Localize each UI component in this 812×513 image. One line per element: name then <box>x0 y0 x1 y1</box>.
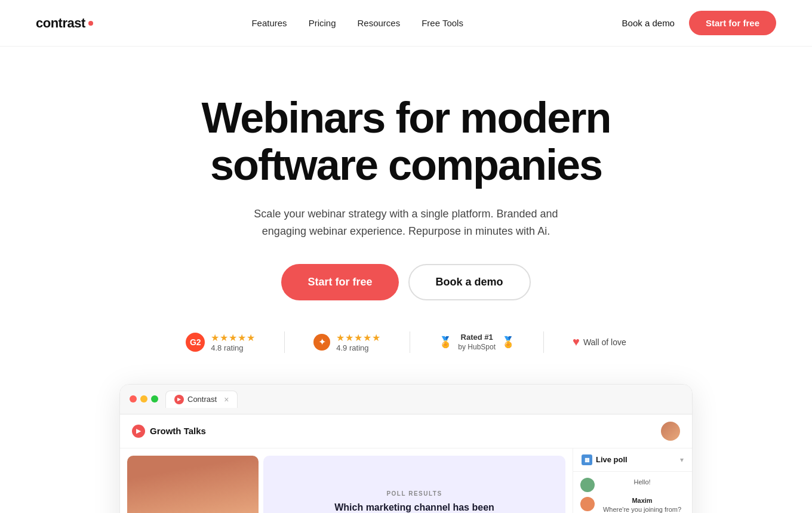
chat-message-1: Maxim Where're you joining from? We're i… <box>580 497 685 513</box>
speaker-face <box>127 456 259 513</box>
laurel-right: 🏅 <box>502 336 515 349</box>
chat-avatar-1 <box>580 497 595 511</box>
g2-stars: ★★★★★ <box>211 332 256 343</box>
hero-headline-line1: Webinars for modern <box>202 94 611 142</box>
tab-close-icon[interactable]: × <box>224 395 229 404</box>
hero-subtext: Scale your webinar strategy with a singl… <box>233 205 579 240</box>
g2-rating-value: 4.8 rating <box>211 343 243 352</box>
g2-info: ★★★★★ 4.8 rating <box>211 332 256 352</box>
video-area: POLL RESULTS Which marketing channel has… <box>120 449 573 513</box>
hero-section: Webinars for modern software companies S… <box>0 47 812 513</box>
avatar-image <box>661 422 680 441</box>
logo-dot <box>88 21 93 26</box>
browser-dot-yellow[interactable] <box>140 395 147 403</box>
logo[interactable]: contrast <box>36 16 93 31</box>
hubspot-rated: Rated #1 <box>461 333 493 342</box>
chat-bubble-0: Hello! <box>599 478 685 487</box>
browser-title-area: ▶ Growth Talks <box>132 425 206 438</box>
divider-2 <box>410 331 410 353</box>
nav-resources[interactable]: Resources <box>357 18 400 28</box>
divider-3 <box>543 331 544 353</box>
laurel-left: 🏅 <box>439 336 452 349</box>
nav-book-demo[interactable]: Book a demo <box>622 18 675 28</box>
live-poll-title: ▦ Live poll <box>582 454 628 465</box>
tab-favicon: ▶ <box>174 395 184 404</box>
chat-message-0: Hello! <box>580 478 685 492</box>
chat-bubble-1: Maxim Where're you joining from? We're i… <box>599 497 685 513</box>
poll-results-label: POLL RESULTS <box>386 490 442 497</box>
chevron-down-icon[interactable]: ▾ <box>680 456 684 464</box>
window-brand-icon: ▶ <box>132 425 145 438</box>
live-poll-icon: ▦ <box>582 454 592 465</box>
browser-dot-red[interactable] <box>130 395 137 403</box>
nav-right: Book a demo Start for free <box>622 11 776 35</box>
capterra-info: ★★★★★ 4.9 rating <box>336 332 381 352</box>
capterra-logo: ✦ <box>313 334 330 351</box>
g2-rating: G2 ★★★★★ 4.8 rating <box>186 332 256 352</box>
hubspot-badge: Rated #1 by HubSpot <box>458 333 496 351</box>
browser-body: ▶ Growth Talks POLL RESULTS Which market… <box>120 414 692 513</box>
window-avatar <box>661 422 680 441</box>
hero-headline-line2: software companies <box>210 141 602 189</box>
divider-1 <box>284 331 285 353</box>
nav-pricing[interactable]: Pricing <box>309 18 336 28</box>
hubspot-by: by HubSpot <box>458 343 496 351</box>
browser-content-area: POLL RESULTS Which marketing channel has… <box>120 449 692 513</box>
slide-area: POLL RESULTS Which marketing channel has… <box>263 456 565 513</box>
chat-messages: Hello! Maxim Where're you joining from? … <box>573 472 692 513</box>
side-panel: ▦ Live poll ▾ Hello! <box>573 449 692 513</box>
browser-toolbar: ▶ Contrast × <box>120 385 692 414</box>
hero-book-demo[interactable]: Book a demo <box>408 264 531 300</box>
capterra-stars: ★★★★★ <box>336 332 381 343</box>
wall-of-love-label: Wall of love <box>583 337 626 347</box>
speaker-video <box>127 456 259 513</box>
chat-name-1: Maxim <box>599 497 685 504</box>
browser-tab-label: Contrast <box>187 395 217 404</box>
wall-of-love: ♥ Wall of love <box>573 335 626 349</box>
g2-logo: G2 <box>186 333 205 352</box>
browser-mockup: ▶ Contrast × ▶ Growth Talks <box>119 384 693 513</box>
hero-buttons: Start for free Book a demo <box>24 264 788 300</box>
capterra-rating: ✦ ★★★★★ 4.9 rating <box>313 332 381 352</box>
poll-question: Which marketing channel has been <box>334 502 494 513</box>
logo-text: contrast <box>36 16 85 31</box>
nav-start-free[interactable]: Start for free <box>689 11 776 35</box>
hero-start-free[interactable]: Start for free <box>281 264 398 300</box>
chat-avatar-0 <box>580 478 595 492</box>
nav-free-tools[interactable]: Free Tools <box>422 18 463 28</box>
chat-text-0: Hello! <box>599 478 685 487</box>
heart-icon: ♥ <box>573 335 580 349</box>
window-title: Growth Talks <box>150 426 206 436</box>
ratings-bar: G2 ★★★★★ 4.8 rating ✦ ★★★★★ 4.9 rating 🏅… <box>24 331 788 353</box>
browser-window-header: ▶ Growth Talks <box>120 414 692 449</box>
hero-headline: Webinars for modern software companies <box>173 94 639 189</box>
navbar: contrast Features Pricing Resources Free… <box>0 0 812 47</box>
nav-links: Features Pricing Resources Free Tools <box>251 18 463 29</box>
browser-tab[interactable]: ▶ Contrast × <box>165 391 238 408</box>
browser-dots <box>130 395 158 403</box>
browser-dot-green[interactable] <box>151 395 158 403</box>
chat-text-1: Where're you joining from? We're in Pari… <box>599 505 685 513</box>
nav-features[interactable]: Features <box>251 18 287 28</box>
live-poll-label: Live poll <box>596 455 628 464</box>
side-panel-header: ▦ Live poll ▾ <box>573 449 692 472</box>
hubspot-rating: 🏅 Rated #1 by HubSpot 🏅 <box>439 333 515 351</box>
capterra-rating-value: 4.9 rating <box>336 343 368 352</box>
